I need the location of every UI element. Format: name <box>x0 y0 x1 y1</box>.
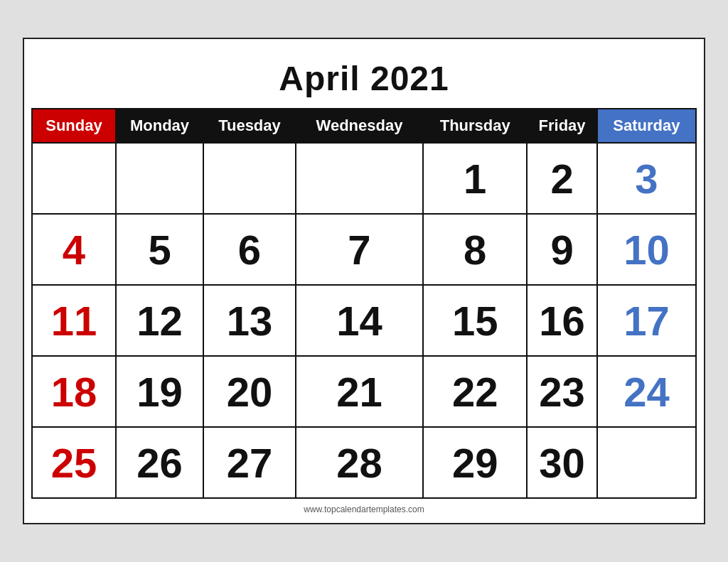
calendar-day: 3 <box>597 143 696 214</box>
header-tuesday: Tuesday <box>203 109 296 143</box>
calendar-day: 11 <box>32 285 116 356</box>
calendar-day <box>203 143 296 214</box>
calendar-day: 7 <box>296 214 423 285</box>
header-monday: Monday <box>116 109 203 143</box>
calendar-day: 30 <box>527 427 596 498</box>
header-wednesday: Wednesday <box>296 109 423 143</box>
calendar-day: 14 <box>296 285 423 356</box>
calendar-day: 9 <box>527 214 596 285</box>
calendar-day: 15 <box>423 285 527 356</box>
header-saturday: Saturday <box>597 109 696 143</box>
calendar-day: 2 <box>527 143 596 214</box>
calendar-day: 26 <box>116 427 203 498</box>
calendar-day: 5 <box>116 214 203 285</box>
header-sunday: Sunday <box>32 109 116 143</box>
calendar-day: 13 <box>203 285 296 356</box>
calendar-day <box>296 143 423 214</box>
calendar-day <box>597 427 696 498</box>
calendar-day: 4 <box>32 214 116 285</box>
calendar-day: 24 <box>597 356 696 427</box>
calendar-day: 1 <box>423 143 527 214</box>
calendar-week-4: 18192021222324 <box>32 356 696 427</box>
calendar-day: 20 <box>203 356 296 427</box>
calendar-day: 19 <box>116 356 203 427</box>
calendar-day <box>116 143 203 214</box>
calendar-day: 16 <box>527 285 596 356</box>
calendar-day: 10 <box>597 214 696 285</box>
calendar-day: 28 <box>296 427 423 498</box>
calendar-day: 23 <box>527 356 596 427</box>
calendar-day: 6 <box>203 214 296 285</box>
header-thursday: Thursday <box>423 109 527 143</box>
header-row: SundayMondayTuesdayWednesdayThursdayFrid… <box>32 109 696 143</box>
calendar-day: 18 <box>32 356 116 427</box>
calendar-week-3: 11121314151617 <box>32 285 696 356</box>
calendar-day: 17 <box>597 285 696 356</box>
calendar-day: 25 <box>32 427 116 498</box>
calendar-day: 29 <box>423 427 527 498</box>
calendar-day: 22 <box>423 356 527 427</box>
calendar-week-5: 252627282930 <box>32 427 696 498</box>
calendar-day <box>32 143 116 214</box>
calendar-table: SundayMondayTuesdayWednesdayThursdayFrid… <box>31 108 697 499</box>
calendar-title: April 2021 <box>31 46 697 108</box>
header-friday: Friday <box>527 109 596 143</box>
calendar-day: 8 <box>423 214 527 285</box>
calendar-day: 12 <box>116 285 203 356</box>
calendar-day: 21 <box>296 356 423 427</box>
calendar-day: 27 <box>203 427 296 498</box>
calendar-container: April 2021 SundayMondayTuesdayWednesdayT… <box>23 38 705 524</box>
calendar-body: 1234567891011121314151617181920212223242… <box>32 143 696 498</box>
calendar-week-1: 123 <box>32 143 696 214</box>
footer-text: www.topcalendartemplates.com <box>31 499 697 516</box>
calendar-week-2: 45678910 <box>32 214 696 285</box>
